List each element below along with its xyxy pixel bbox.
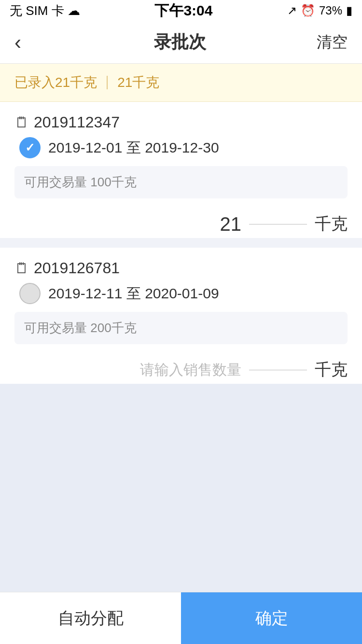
qty-value-1: 21 xyxy=(220,213,242,235)
page-title: 录批次 xyxy=(154,30,206,54)
status-time: 下午3:04 xyxy=(154,1,212,21)
battery-text: 73% xyxy=(319,4,342,17)
avail-row-1: 可用交易量 100千克 xyxy=(14,166,348,198)
summary-divider xyxy=(107,76,108,89)
batch-id-row-2: 🗒 2019126781 xyxy=(14,259,348,277)
batch-id-row-1: 🗒 2019112347 xyxy=(14,113,348,131)
no-sim-text: 无 SIM 卡 ☁ xyxy=(10,2,80,19)
summary-bar: 已录入21千克 21千克 xyxy=(0,64,362,102)
status-bar: 无 SIM 卡 ☁ 下午3:04 ↗ ⏰ 73% ▮ xyxy=(0,0,362,21)
confirm-button[interactable]: 确定 xyxy=(181,592,362,644)
summary-label: 已录入21千克 xyxy=(14,73,97,92)
back-button[interactable]: ‹ xyxy=(14,31,43,54)
auto-distribute-button[interactable]: 自动分配 xyxy=(0,592,181,644)
check-icon-1: ✓ xyxy=(25,141,35,154)
batch-date-2: 2019-12-11 至 2020-01-09 xyxy=(48,284,219,304)
batch-radio-1[interactable]: ✓ xyxy=(19,137,41,158)
batch-doc-icon-1: 🗒 xyxy=(14,114,29,131)
empty-area xyxy=(0,384,362,592)
qty-row-1: 21 千克 xyxy=(0,208,362,238)
batch-id-2: 2019126781 xyxy=(34,259,120,277)
batch-item-1: 🗒 2019112347 ✓ 2019-12-01 至 2019-12-30 可… xyxy=(0,102,362,238)
status-right: ↗ ⏰ 73% ▮ xyxy=(287,4,352,17)
qty-placeholder-text-2: 请输入销售数量 xyxy=(140,360,241,380)
batch-radio-2[interactable] xyxy=(19,283,41,304)
qty-placeholder-row-2: 请输入销售数量 千克 xyxy=(0,354,362,384)
qty-unit-2: 千克 xyxy=(315,359,348,381)
clear-button[interactable]: 清空 xyxy=(317,32,348,53)
qty-unit-1: 千克 xyxy=(315,213,348,235)
alarm-icon: ⏰ xyxy=(301,4,315,17)
nav-bar: ‹ 录批次 清空 xyxy=(0,21,362,64)
batch-item-2: 🗒 2019126781 2019-12-11 至 2020-01-09 可用交… xyxy=(0,248,362,384)
batch-date-row-2: 2019-12-11 至 2020-01-09 xyxy=(14,283,348,304)
bottom-bar: 自动分配 确定 xyxy=(0,592,362,644)
batch-date-1: 2019-12-01 至 2019-12-30 xyxy=(48,138,219,158)
batch-id-1: 2019112347 xyxy=(34,113,120,131)
avail-row-2: 可用交易量 200千克 xyxy=(14,312,348,344)
batch-doc-icon-2: 🗒 xyxy=(14,260,29,277)
location-icon: ↗ xyxy=(287,4,297,17)
section-gap-1 xyxy=(0,238,362,248)
battery-icon: ▮ xyxy=(346,4,352,17)
status-left: 无 SIM 卡 ☁ xyxy=(10,2,80,19)
summary-value: 21千克 xyxy=(117,73,159,92)
batch-date-row-1: ✓ 2019-12-01 至 2019-12-30 xyxy=(14,137,348,158)
